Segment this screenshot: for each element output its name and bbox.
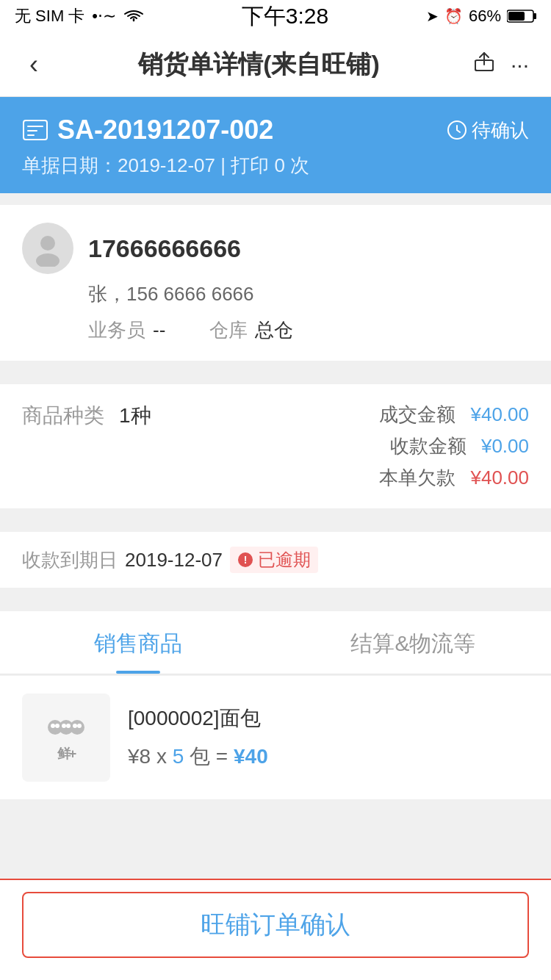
product-info: [0000002]面包 ¥8 x 5 包 = ¥40 [128,705,529,771]
location-icon: ➤ [426,7,439,25]
warehouse-label: 仓库 [209,317,248,343]
svg-point-6 [40,236,55,251]
overdue-text: 已逾期 [258,548,311,572]
due-section: 收款到期日 2019-12-07 ! 已逾期 [0,532,551,588]
clock-icon [447,120,467,140]
more-button[interactable]: ··· [511,52,529,77]
svg-point-18 [77,724,82,728]
wifi-icon: •⋅∼ [92,7,116,26]
svg-point-15 [62,724,66,728]
owed-value: ¥40.00 [470,466,529,489]
svg-rect-2 [508,12,525,21]
order-icon [22,119,48,141]
svg-point-16 [66,724,71,728]
order-date: 单据日期：2019-12-07 | 打印 0 次 [22,153,529,179]
customer-meta: 业务员 -- 仓库 总仓 [22,317,529,343]
tab-settlement[interactable]: 结算&物流等 [276,611,551,674]
tab-products[interactable]: 销售商品 [0,611,276,674]
wifi-symbol [123,9,144,24]
battery-text: 66% [469,7,501,26]
status-bar-time: 下午3:28 [242,1,328,32]
divider-1 [0,361,551,372]
product-name: [0000002]面包 [128,705,529,732]
price-per-unit: ¥8 [128,745,151,768]
confirm-button-wrap: 旺铺订单确认 [0,879,551,980]
product-thumbnail: 鲜+ [22,693,110,782]
warehouse-value: 总仓 [255,317,293,343]
status-bar: 无 SIM 卡 •⋅∼ 下午3:28 ➤ ⏰ 66% [0,0,551,32]
svg-point-13 [51,724,55,728]
product-logo: 鲜+ [44,713,88,763]
alarm-icon: ⏰ [444,7,463,25]
order-status: 待确认 [447,118,529,143]
page-title: 销货单详情(来自旺铺) [138,48,380,82]
svg-point-12 [70,720,84,735]
divider-2 [0,508,551,520]
status-bar-right: ➤ ⏰ 66% [426,7,536,26]
share-button[interactable] [472,50,496,79]
nav-bar: ‹ 销货单详情(来自旺铺) ··· [0,32,551,97]
due-date-value: 2019-12-07 [125,549,223,572]
svg-rect-1 [533,13,536,19]
warning-icon: ! [237,552,253,568]
amounts-section: 商品种类 1种 成交金额 ¥40.00 收款金额 ¥0.00 本单欠款 ¥40.… [0,384,551,508]
svg-text:!: ! [244,554,248,566]
product-qty: 5 [173,745,184,768]
overdue-badge: ! 已逾期 [230,547,318,573]
avatar [22,223,73,274]
product-type-value: 1种 [119,402,151,430]
owed-label: 本单欠款 [379,465,455,491]
salesperson-label: 业务员 [88,317,145,343]
salesperson-value: -- [153,319,165,342]
product-item: 鲜+ [0000002]面包 ¥8 x 5 包 = ¥40 [0,676,551,799]
svg-point-14 [55,724,60,728]
divider-3 [0,588,551,599]
svg-point-17 [73,724,77,728]
product-total: ¥40 [234,745,268,768]
no-sim-text: 无 SIM 卡 [15,5,84,27]
back-button[interactable]: ‹ [22,42,46,87]
customer-phone: 17666666666 [88,234,241,263]
price-separator: x [156,745,173,768]
order-id: SA-20191207-002 [22,115,273,145]
svg-point-7 [36,253,60,267]
deal-value: ¥40.00 [470,403,529,426]
due-label: 收款到期日 [22,547,118,573]
battery-icon [507,9,536,24]
product-section: 鲜+ [0000002]面包 ¥8 x 5 包 = ¥40 [0,676,551,799]
tabs-bar: 销售商品 结算&物流等 [0,611,551,674]
received-value: ¥0.00 [481,435,529,458]
confirm-order-button[interactable]: 旺铺订单确认 [22,892,529,958]
equals-sign: = [216,745,234,768]
received-label: 收款金额 [390,433,467,459]
unit-text: 包 [190,745,210,768]
customer-name: 张，156 6666 6666 [22,281,529,307]
status-bar-left: 无 SIM 卡 •⋅∼ [15,5,144,27]
customer-section: 17666666666 张，156 6666 6666 业务员 -- 仓库 总仓 [0,205,551,361]
nav-actions: ··· [472,50,529,79]
amounts-right: 成交金额 ¥40.00 收款金额 ¥0.00 本单欠款 ¥40.00 [379,402,529,491]
product-type-label: 商品种类 [22,402,104,430]
deal-label: 成交金额 [379,402,455,428]
product-price: ¥8 x 5 包 = ¥40 [128,743,529,771]
order-banner: SA-20191207-002 待确认 单据日期：2019-12-07 | 打印… [0,97,551,193]
